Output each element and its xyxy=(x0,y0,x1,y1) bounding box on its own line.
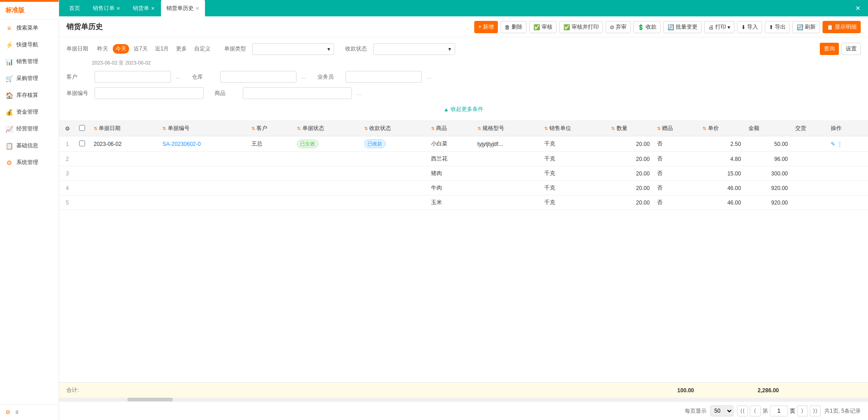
prev-page-button[interactable]: ⟨ xyxy=(750,405,761,416)
sidebar-item-ops-mgmt[interactable]: 📈 经营管理 xyxy=(0,120,59,137)
customer-input[interactable] xyxy=(95,71,171,83)
scrollbar-area[interactable] xyxy=(59,398,868,401)
summary-total-amount: 2,286.00 xyxy=(758,387,779,394)
row-action: ✎⋮ xyxy=(827,136,868,152)
date-btn-custom[interactable]: 自定义 xyxy=(191,44,213,54)
finance-mgmt-icon: 💰 xyxy=(5,109,13,116)
sidebar-item-purchase-mgmt[interactable]: 🛒 采购管理 xyxy=(0,70,59,87)
date-range-display: 2023-06-02 至 2023-06-02 xyxy=(92,60,861,66)
more-link[interactable]: ⋮ xyxy=(837,141,843,147)
tab-sales-order-close[interactable]: ✕ xyxy=(116,6,120,11)
settings-icon[interactable]: ⚙ xyxy=(5,409,10,415)
business-dots[interactable]: … xyxy=(426,74,432,80)
date-btn-more[interactable]: 更多 xyxy=(173,44,190,54)
abandon-button[interactable]: ⊘ 弃审 xyxy=(606,21,631,33)
sidebar-item-search-menu[interactable]: ≡ 搜索菜单 xyxy=(0,20,59,36)
settings-button[interactable]: 设置 xyxy=(842,43,861,55)
batch-change-icon: 🔄 xyxy=(667,24,674,30)
row-doc-no[interactable] xyxy=(159,181,248,195)
import-button[interactable]: ⬇ 导入 xyxy=(737,21,762,33)
select-all-checkbox[interactable] xyxy=(79,125,85,131)
tab-home-label: 首页 xyxy=(69,5,80,12)
page-number-input[interactable] xyxy=(770,405,788,416)
table-header-row: ⚙ ⇅ 单据日期 ⇅ 单据编号 ⇅ 客户 xyxy=(59,121,868,136)
warehouse-dots[interactable]: … xyxy=(301,74,306,80)
collapse-button[interactable]: ▲ 收起更多条件 xyxy=(444,105,484,113)
collect-button[interactable]: 💲 收款 xyxy=(633,21,661,33)
date-btn-today[interactable]: 今天 xyxy=(113,44,129,54)
tab-home[interactable]: 首页 xyxy=(63,0,86,16)
export-button[interactable]: ⬆ 导出 xyxy=(765,21,790,33)
row-gift: 否 xyxy=(653,166,699,181)
sidebar-item-quick-nav[interactable]: ⚡ 快捷导航 xyxy=(0,36,59,53)
delete-button[interactable]: 🗑 删除 xyxy=(501,21,527,33)
row-checkbox[interactable] xyxy=(75,195,90,210)
row-checkbox[interactable] xyxy=(75,136,90,152)
tab-sales-goods[interactable]: 销货单 ✕ xyxy=(126,0,161,16)
table-settings-icon[interactable]: ⚙ xyxy=(65,125,70,132)
pay-status-select[interactable]: ▾ xyxy=(373,43,455,55)
first-page-button[interactable]: ⟨⟨ xyxy=(737,405,748,416)
last-page-button[interactable]: ⟩⟩ xyxy=(810,405,821,416)
delete-icon: 🗑 xyxy=(505,24,510,30)
pay-status-label: 收款状态 xyxy=(345,45,371,53)
row-doc-status xyxy=(293,195,360,210)
close-all-tabs[interactable]: ✕ xyxy=(852,5,864,12)
col-doc-status: ⇅ 单据状态 xyxy=(293,121,360,136)
doc-no-input[interactable] xyxy=(95,87,204,99)
show-detail-button[interactable]: 📋 显示明细 xyxy=(823,21,861,33)
page-nav: ⟨⟨ ⟨ 第 页 ⟩ ⟩⟩ xyxy=(737,405,821,416)
print-button[interactable]: 🖨 打印 ▾ xyxy=(704,21,734,33)
tab-sales-history-close[interactable]: ✕ xyxy=(196,6,199,11)
review-button[interactable]: ✅ 审核 xyxy=(529,21,557,33)
tab-sales-history[interactable]: 销货单历史 ✕ xyxy=(161,0,205,16)
row-doc-no[interactable] xyxy=(159,166,248,181)
next-page-button[interactable]: ⟩ xyxy=(797,405,808,416)
row-checkbox[interactable] xyxy=(75,181,90,195)
tab-sales-order[interactable]: 销售订单 ✕ xyxy=(86,0,126,16)
batch-change-button[interactable]: 🔄 批量变更 xyxy=(663,21,702,33)
date-btn-yesterday[interactable]: 昨天 xyxy=(95,44,111,54)
sidebar-item-inventory[interactable]: 🏠 库存核算 xyxy=(0,87,59,104)
row-doc-no[interactable] xyxy=(159,195,248,210)
sidebar-item-label: 资金管理 xyxy=(16,108,38,116)
per-page-select[interactable]: 50 100 200 xyxy=(710,405,733,416)
col-customer: ⇅ 客户 xyxy=(248,121,293,136)
doc-type-select[interactable]: ▾ xyxy=(252,43,334,55)
row-checkbox[interactable] xyxy=(75,166,90,181)
sidebar-item-finance-mgmt[interactable]: 💰 资金管理 xyxy=(0,104,59,120)
date-btn-1month[interactable]: 近1月 xyxy=(152,44,172,54)
warehouse-input[interactable] xyxy=(220,71,296,83)
review-print-button[interactable]: ✅ 审核并打印 xyxy=(559,21,603,33)
goods-input[interactable] xyxy=(243,87,352,99)
goods-dots[interactable]: … xyxy=(356,90,362,96)
purchase-mgmt-icon: 🛒 xyxy=(5,75,13,82)
row-doc-no[interactable] xyxy=(159,152,248,166)
row-amount: 96.00 xyxy=(745,152,792,166)
tab-sales-goods-close[interactable]: ✕ xyxy=(151,6,155,11)
business-input[interactable] xyxy=(346,71,422,83)
row-doc-no[interactable]: SA-20230602-0 xyxy=(159,136,248,152)
data-table: ⚙ ⇅ 单据日期 ⇅ 单据编号 ⇅ 客户 xyxy=(59,121,868,210)
collapse-icon[interactable]: ⏸ xyxy=(14,409,20,415)
sidebar-item-sys-mgmt[interactable]: ⚙ 系统管理 xyxy=(0,154,59,171)
new-button[interactable]: + 新增 xyxy=(474,21,498,33)
sidebar-item-sales-mgmt[interactable]: 📊 销售管理 xyxy=(0,53,59,70)
row-unit: 千克 xyxy=(541,195,607,210)
edit-link[interactable]: ✎ xyxy=(831,141,835,147)
import-icon: ⬇ xyxy=(741,24,746,30)
doc-type-label: 单据类型 xyxy=(224,45,250,53)
row-goods: 猪肉 xyxy=(427,166,474,181)
col-settings[interactable]: ⚙ xyxy=(59,121,75,136)
date-btn-7days[interactable]: 近7天 xyxy=(131,44,151,54)
row-checkbox[interactable] xyxy=(75,152,90,166)
refresh-button[interactable]: 🔃 刷新 xyxy=(793,21,820,33)
col-checkbox[interactable] xyxy=(75,121,90,136)
print-icon: 🖨 xyxy=(708,24,714,30)
customer-dots[interactable]: … xyxy=(176,74,181,80)
scrollbar-thumb[interactable] xyxy=(127,398,173,401)
query-button[interactable]: 查询 xyxy=(820,43,839,55)
col-qty: ⇅ 数量 xyxy=(607,121,653,136)
sort-icon: ⇅ xyxy=(364,126,368,131)
sidebar-item-basic-info[interactable]: 📋 基础信息 xyxy=(0,137,59,154)
